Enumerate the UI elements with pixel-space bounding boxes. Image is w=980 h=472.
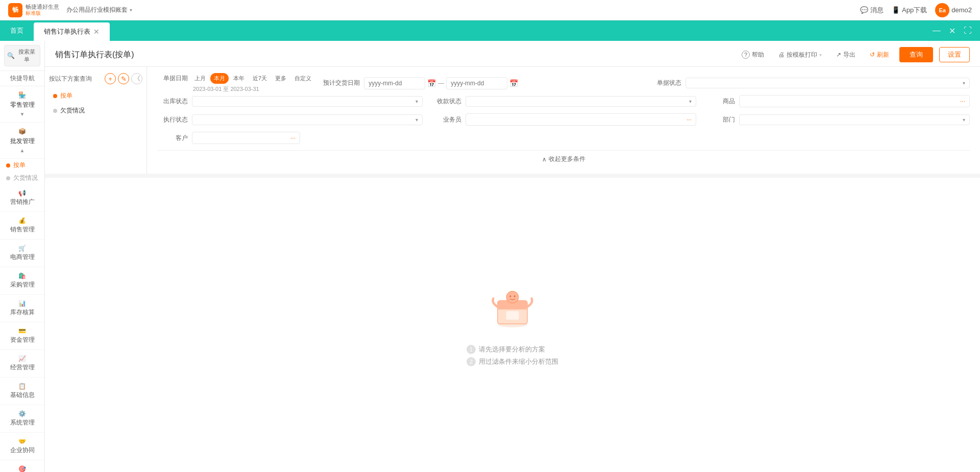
svg-point-7 <box>514 295 516 297</box>
inventory-icon: 📊 <box>18 300 26 307</box>
scheme-active-dot <box>53 94 57 98</box>
product-dots-icon: ··· <box>960 98 965 105</box>
sidebar-item-inventory[interactable]: 📊 库存核算 <box>0 295 44 322</box>
print-dropdown-icon[interactable]: ▾ <box>819 52 822 58</box>
department-select[interactable]: ▾ <box>739 114 970 125</box>
last-7days-btn[interactable]: 近7天 <box>249 73 271 84</box>
sidebar-item-finance[interactable]: 💳 资金管理 <box>0 322 44 350</box>
collab-icon: 🤝 <box>18 438 26 445</box>
delivery-status-select[interactable]: ▾ <box>192 96 423 107</box>
add-scheme-btn[interactable]: + <box>105 73 116 84</box>
filter-row-1: 单据日期 上月 本月 本年 近7天 更多 自定义 2023-03-0 <box>157 73 970 93</box>
help-btn[interactable]: ? 帮助 <box>738 49 768 61</box>
settings-button[interactable]: 设置 <box>939 47 970 62</box>
tab-home[interactable]: 首页 <box>0 20 34 41</box>
avatar: Ea <box>935 3 949 17</box>
filter-panel: 按以下方案查询 + ✎ 《 按单 欠货情况 <box>45 67 980 174</box>
sales-icon: 💰 <box>18 217 26 224</box>
message-action[interactable]: 💬 消息 <box>860 6 884 15</box>
salesperson-dots-icon: ··· <box>687 116 692 123</box>
sidebar-item-basic-info[interactable]: 📋 基础信息 <box>0 377 44 405</box>
sidebar-sub-item-order[interactable]: 按单 <box>0 159 44 172</box>
minimize-icon[interactable]: — <box>930 24 943 37</box>
top-bar-left: 畅 畅捷通好生意 标准版 办公用品行业模拟账套 ▾ <box>8 3 135 17</box>
close-window-icon[interactable]: ✕ <box>947 24 958 38</box>
top-bar: 畅 畅捷通好生意 标准版 办公用品行业模拟账套 ▾ 💬 消息 📱 App下载 E… <box>0 0 980 20</box>
refresh-btn[interactable]: ↺ 刷新 <box>866 49 893 61</box>
sidebar-item-quick-nav[interactable]: 快捷导航 <box>0 71 44 86</box>
edit-scheme-btn[interactable]: ✎ <box>118 73 129 84</box>
customer-input[interactable]: ··· <box>192 132 300 144</box>
sidebar-sub-item-debt[interactable]: 欠货情况 <box>0 172 44 184</box>
inactive-dot <box>6 176 10 180</box>
product-input[interactable]: ··· <box>739 95 970 107</box>
collapse-filters-btn[interactable]: ∧ 收起更多条件 <box>536 153 592 166</box>
exec-status-arrow: ▾ <box>415 117 418 123</box>
sidebar-item-operations[interactable]: 📈 经营管理 <box>0 350 44 377</box>
template-print-btn[interactable]: 🖨 按模板打印 ▾ <box>774 49 826 61</box>
search-icon: 🔍 <box>7 52 15 59</box>
sidebar-item-new-guide[interactable]: 🎯 新手引导 <box>0 460 44 472</box>
filter-product: 商品 ··· <box>704 95 970 107</box>
sidebar-item-system[interactable]: ⚙️ 系统管理 <box>0 405 44 433</box>
sidebar-item-retail[interactable]: 🏪 零售管理 ▼ <box>0 86 44 123</box>
receipt-status-arrow: ▾ <box>689 99 692 104</box>
empty-tip-2: 2 用过滤条件来缩小分析范围 <box>467 357 558 366</box>
delivery-date-to[interactable] <box>446 77 507 89</box>
page-title: 销售订单执行表(按单) <box>55 50 134 60</box>
scheme-actions: + ✎ 《 <box>105 73 142 84</box>
company-select[interactable]: 办公用品行业模拟账套 ▾ <box>63 5 135 15</box>
delivery-date-from-icon[interactable]: 📅 <box>427 79 436 87</box>
scheme-inactive-dot <box>53 109 57 113</box>
scheme-panel-header: 按以下方案查询 + ✎ 《 <box>49 73 142 84</box>
sidebar-item-corp-collab[interactable]: 🤝 企业协同 <box>0 433 44 460</box>
sidebar-item-sales-mgmt[interactable]: 💰 销售管理 <box>0 212 44 240</box>
date-quick-buttons: 上月 本月 本年 近7天 更多 自定义 <box>191 73 315 84</box>
fullscreen-icon[interactable]: ⛶ <box>962 24 974 37</box>
delivery-date-to-icon[interactable]: 📅 <box>509 79 518 87</box>
main-layout: 🔍 搜索菜单 快捷导航 🏪 零售管理 ▼ 📦 批发管理 ▲ 按单 欠货情况 📢 <box>0 41 980 472</box>
tab-sales-order[interactable]: 销售订单执行表 ✕ <box>34 22 110 41</box>
print-icon: 🖨 <box>778 51 785 58</box>
custom-btn[interactable]: 自定义 <box>291 73 315 84</box>
page-header: 销售订单执行表(按单) ? 帮助 🖨 按模板打印 ▾ ↗ 导出 ↺ 刷新 <box>45 41 980 67</box>
filter-department: 部门 ▾ <box>704 114 970 125</box>
receipt-status-select[interactable]: ▾ <box>465 96 696 107</box>
logo-area: 畅 畅捷通好生意 标准版 <box>8 3 59 17</box>
collapse-scheme-btn[interactable]: 《 <box>131 73 142 84</box>
guide-icon: 🎯 <box>18 465 26 472</box>
filter-delivery-status: 出库状态 ▾ <box>157 96 423 107</box>
scheme-item-order[interactable]: 按单 <box>49 88 142 103</box>
user-profile[interactable]: Ea demo2 <box>935 3 972 17</box>
filter-expected-delivery: 预计交货日期 📅 — 📅 <box>323 77 642 89</box>
delivery-date-inputs: 📅 — 📅 <box>364 77 518 89</box>
this-year-btn[interactable]: 本年 <box>230 73 248 84</box>
scheme-item-debt[interactable]: 欠货情况 <box>49 103 142 118</box>
sidebar-item-wholesale[interactable]: 📦 批发管理 ▲ <box>0 123 44 159</box>
empty-state: 1 请先选择要分析的方案 2 用过滤条件来缩小分析范围 <box>45 178 980 472</box>
this-month-btn[interactable]: 本月 <box>210 73 229 84</box>
sidebar-item-ecommerce[interactable]: 🛒 电商管理 <box>0 240 44 267</box>
query-button[interactable]: 查询 <box>899 47 933 62</box>
system-icon: ⚙️ <box>18 410 26 417</box>
filter-fields-panel: 单据日期 上月 本月 本年 近7天 更多 自定义 2023-03-0 <box>147 67 980 174</box>
filter-customer: 客户 ··· <box>157 132 300 144</box>
app-download-action[interactable]: 📱 App下载 <box>892 6 927 15</box>
sidebar-item-marketing[interactable]: 📢 营销推广 <box>0 184 44 212</box>
order-status-select[interactable]: ▾ <box>685 78 970 88</box>
filter-exec-status: 执行状态 ▾ <box>157 114 423 125</box>
svg-point-6 <box>509 295 511 297</box>
export-btn[interactable]: ↗ 导出 <box>832 49 860 61</box>
exec-status-select[interactable]: ▾ <box>192 114 423 125</box>
nav-right-actions: — ✕ ⛶ <box>930 24 980 38</box>
salesperson-input[interactable]: ··· <box>465 113 696 126</box>
delivery-date-from[interactable] <box>364 77 425 89</box>
more-btn[interactable]: 更多 <box>272 73 290 84</box>
close-tab-icon[interactable]: ✕ <box>93 28 100 36</box>
retail-icon: 🏪 <box>18 91 26 99</box>
collapse-caret-icon: ∧ <box>542 156 547 163</box>
collapse-row: ∧ 收起更多条件 <box>157 150 970 168</box>
last-month-btn[interactable]: 上月 <box>191 73 209 84</box>
search-menu-btn[interactable]: 🔍 搜索菜单 <box>4 45 40 66</box>
sidebar-item-purchase[interactable]: 🛍️ 采购管理 <box>0 267 44 295</box>
